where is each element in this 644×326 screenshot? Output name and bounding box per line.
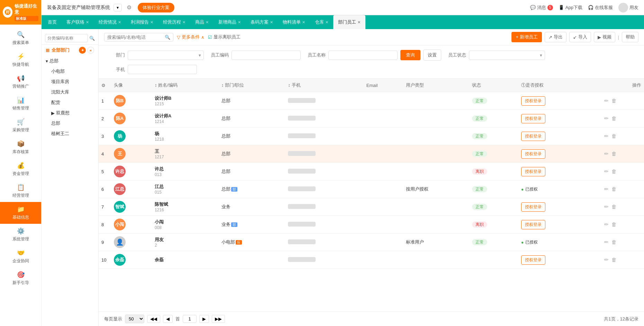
edit-icon[interactable]: ✏ [604,221,609,228]
col-name[interactable]: ↕ 姓名/编码 [152,79,219,92]
dept-search-input[interactable] [45,34,88,42]
auth-login-button[interactable]: 授权登录 [521,167,545,176]
emp-name-input[interactable] [328,51,398,60]
col-settings[interactable]: ⚙ [99,79,111,92]
close-icon[interactable]: ✕ [270,20,273,25]
dept-tree-item-project[interactable]: 项目库房 [42,77,98,87]
edit-icon[interactable]: ✏ [604,98,609,104]
first-page-btn[interactable]: ◀◀ [147,315,160,323]
tab-home[interactable]: 首页 [43,15,62,29]
per-page-select[interactable]: 50 100 [125,315,144,323]
dept-tree-item-zongbu-root[interactable]: ▾ 总部 [42,56,98,66]
dept-tree-item-peihuo[interactable]: 配货 [42,97,98,108]
phone-input[interactable] [128,65,197,74]
edit-icon[interactable]: ✏ [604,204,609,210]
delete-icon[interactable]: 🗑 [611,257,617,263]
edit-icon[interactable]: ✏ [604,133,609,139]
help-button[interactable]: 帮助 [622,32,638,42]
tab-bom[interactable]: 物料清单✕ [278,15,310,29]
sidebar-item-basic-info[interactable]: 📁基础信息 [0,202,41,224]
tab-employees[interactable]: 部门员工✕ [333,15,365,29]
gear-icon[interactable]: ⚙ [127,4,131,11]
auth-login-button[interactable]: 授权登录 [521,132,545,141]
trial-button[interactable]: 体验行业方案 [138,3,174,12]
tab-customer[interactable]: 客户联络✕ [62,15,94,29]
sidebar-item-purchase[interactable]: 🛒采购管理 [0,115,41,136]
col-phone[interactable]: ↕ 手机 [285,79,363,92]
tab-barcode[interactable]: 条码方案✕ [246,15,278,29]
auth-login-button[interactable]: 授权登录 [521,202,545,212]
edit-icon[interactable]: ✏ [604,186,609,192]
delete-icon[interactable]: 🗑 [611,204,617,210]
edit-icon[interactable]: ✏ [604,257,609,263]
auth-login-button[interactable]: 授权登录 [521,220,545,229]
system-dropdown[interactable]: ▾ [114,4,122,11]
sidebar-item-system[interactable]: ⚙️系统管理 [0,224,41,246]
tab-ops-status[interactable]: 经营情况✕ [94,15,126,29]
close-icon[interactable]: ✕ [238,20,241,25]
sidebar-item-operations[interactable]: 📋经营管理 [0,180,41,202]
import-button[interactable]: ↙ 导入 [569,32,591,42]
sidebar-item-inventory[interactable]: 📦库存核算 [0,136,41,158]
dept-tree-item-zhishu[interactable]: 植树王二 [42,129,98,139]
sidebar-item-finance[interactable]: 💰资金管理 [0,158,41,180]
edit-icon[interactable]: ✏ [604,115,609,122]
dept-tree-item-zongbu-sub[interactable]: 总部 [42,118,98,129]
search-input[interactable] [107,35,163,40]
delete-icon[interactable]: 🗑 [611,186,617,192]
edit-icon[interactable]: ✏ [604,151,609,157]
add-employee-button[interactable]: + 新增员工 [511,32,542,42]
reset-button[interactable]: 设置 [423,50,441,61]
tab-goods[interactable]: 商品✕ [190,15,214,29]
delete-icon[interactable]: 🗑 [611,221,617,228]
dept-tree-item-shenyang[interactable]: 沈阳大库 [42,87,98,97]
sidebar-item-marketing[interactable]: 📢营销推广 [0,71,41,93]
delete-icon[interactable]: 🗑 [611,151,617,157]
emp-status-select[interactable] [469,51,545,60]
auth-login-button[interactable]: 授权登录 [521,255,545,265]
close-icon[interactable]: ✕ [150,20,153,25]
export-button[interactable]: ↗ 导出 [545,32,566,42]
dept-tree-item-shuanglu[interactable]: ▶ 双鹿想 [42,108,98,118]
page-input[interactable] [183,315,197,323]
last-page-btn[interactable]: ▶▶ [212,315,225,323]
auth-login-button[interactable]: 授权登录 [521,96,545,106]
close-icon[interactable]: ✕ [86,20,89,25]
sidebar-item-shortcut[interactable]: ⚡快捷导航 [0,49,41,71]
more-filter-btn[interactable]: ▽ 更多条件 ∧ [177,34,205,40]
edit-icon[interactable]: ✏ [604,168,609,175]
next-page-btn[interactable]: ▶ [199,315,209,323]
view-button[interactable]: ▶ 视频 [594,32,615,42]
auth-login-button[interactable]: 授权登录 [521,149,545,159]
delete-icon[interactable]: 🗑 [611,133,617,139]
close-icon[interactable]: ✕ [118,20,121,25]
user-menu[interactable]: 用友 [618,3,638,12]
message-btn[interactable]: 💬 消息 5 [530,5,553,11]
online-service-btn[interactable]: 🎧 在线客服 [588,5,613,11]
delete-icon[interactable]: 🗑 [611,115,617,122]
sidebar-item-collab[interactable]: 🤝企业协同 [0,246,41,267]
emp-code-input[interactable] [232,51,301,60]
tab-add-goods[interactable]: 新增商品✕ [214,15,246,29]
close-icon[interactable]: ✕ [357,20,361,25]
tab-history[interactable]: 经营历程✕ [158,15,190,29]
sidebar-item-search[interactable]: 🔍搜索菜单 [0,27,41,49]
app-download-btn[interactable]: 📱 App下载 [559,5,582,11]
close-icon[interactable]: ✕ [182,20,185,25]
col-dept[interactable]: ↕ 部门/职位 [219,79,285,92]
auth-login-button[interactable]: 授权登录 [521,114,545,123]
dept-expand-btn[interactable]: ✦ [79,47,86,54]
dept-select[interactable] [128,51,204,60]
dept-tree-item-xiaodian[interactable]: 小电部 [42,66,98,77]
delete-icon[interactable]: 🗑 [611,239,617,245]
close-icon[interactable]: ✕ [206,20,209,25]
dept-collapse-btn[interactable]: « [87,47,94,54]
query-button[interactable]: 查询 [400,50,420,60]
close-icon[interactable]: ✕ [325,20,328,25]
sidebar-item-sales[interactable]: 📊销售管理 [0,93,41,115]
show-departed-toggle[interactable]: ☑ 显示离职员工 [208,34,241,40]
sidebar-item-guide[interactable]: 🎯新手引导 [0,267,41,289]
delete-icon[interactable]: 🗑 [611,168,617,175]
delete-icon[interactable]: 🗑 [611,98,617,104]
edit-icon[interactable]: ✏ [604,239,609,245]
